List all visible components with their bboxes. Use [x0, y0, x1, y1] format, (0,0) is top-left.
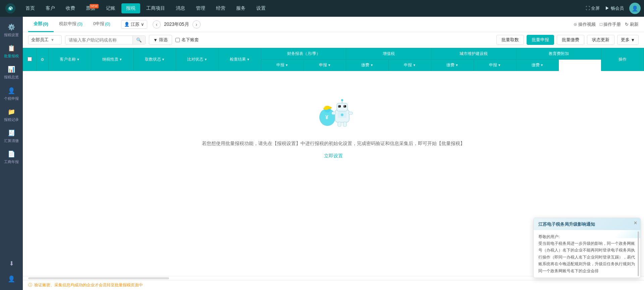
th-edu-pay: 缴费▼	[516, 60, 559, 71]
empty-message: 若您想使用批量报税功能，请先在【报税设置】中进行报税的初始化设置，完成密码验证和…	[202, 139, 465, 148]
current-month: 2023年05月	[164, 21, 189, 27]
operation-video-btn[interactable]: ⊙ 操作视频	[574, 21, 596, 27]
data-table: ⚙ 客户名称▼ 纳税性质▼ 取数状态▼ 比对状态▼	[23, 48, 644, 179]
sidebar-item-annual-report[interactable]: 📄 工商年报	[0, 146, 23, 167]
th-vat-declare: 申报▼	[304, 60, 346, 71]
vip-btn[interactable]: ▶ 畅会员	[605, 5, 624, 11]
operation-manual-btn[interactable]: □ 操作手册	[600, 21, 621, 27]
th-client-name: 客户名称▼	[49, 48, 91, 71]
setup-link[interactable]: 立即设置	[324, 153, 343, 159]
top-right-actions: ⛶ 全屏 ▶ 畅会员 👤	[586, 3, 641, 14]
nav-manage[interactable]: 管理	[191, 3, 210, 13]
sidebar-label-tax-records: 报税记录	[4, 118, 19, 122]
settlement-icon: 🧾	[7, 129, 16, 137]
tabs-bar: 全部(0) 税款申报(0) 0申报(0) 👤 江苏 ∨ ‹ 2023年05月 ›	[23, 17, 644, 32]
svg-point-24	[341, 114, 343, 116]
prev-month-btn[interactable]: ‹	[153, 20, 161, 28]
th-compare-status: 比对状态▼	[176, 48, 219, 71]
search-input[interactable]	[65, 36, 132, 44]
nav-menu: 首页 客户 收费 票据 NEW 记账 报税 工商项目 消息 管理 经营 服务 设…	[21, 3, 586, 13]
sidebar-item-batch-tax[interactable]: 📋 批量报税	[0, 41, 23, 62]
employee-select[interactable]: 全部员工 ▼	[28, 35, 62, 45]
notification-scrollbar[interactable]	[638, 231, 639, 276]
tax-overview-icon: 📊	[7, 65, 16, 74]
th-gear[interactable]: ⚙	[37, 48, 49, 71]
accounts-checkbox[interactable]	[175, 38, 180, 42]
region-label: 江苏	[131, 21, 140, 27]
status-update-btn[interactable]: 状态更新	[587, 35, 614, 45]
svg-rect-22	[343, 122, 346, 127]
nav-operation[interactable]: 经营	[211, 3, 230, 13]
tab-zero-declare[interactable]: 0申报(0)	[88, 17, 116, 32]
svg-rect-19	[332, 112, 336, 115]
batch-declare-btn[interactable]: 批量申报	[527, 35, 554, 45]
sidebar-item-personal-tax[interactable]: 👤 个税申报	[0, 83, 23, 104]
region-selector[interactable]: 👤 江苏 ∨	[121, 20, 147, 29]
fullscreen-btn[interactable]: ⛶ 全屏	[586, 5, 600, 11]
personal-tax-icon: 👤	[7, 86, 16, 95]
more-chevron-icon: ▼	[631, 38, 635, 43]
sidebar-item-tax-settings[interactable]: ⚙️ 报税设置	[0, 19, 23, 41]
svg-rect-20	[348, 112, 353, 115]
profile-icon: 👤	[7, 275, 16, 283]
nav-message[interactable]: 消息	[171, 3, 190, 13]
sidebar-label-annual-report: 工商年报	[4, 160, 19, 164]
scroll-thumb	[28, 277, 169, 279]
sidebar: ⚙️ 报税设置 📋 批量报税 📊 报税总览 👤 个税申报 📁 报税记录 🧾 汇算…	[0, 17, 23, 290]
th-operation: 操作	[601, 48, 644, 71]
nav-home[interactable]: 首页	[21, 3, 40, 13]
more-btn[interactable]: 更多 ▼	[617, 35, 639, 45]
notification-close-btn[interactable]: ×	[634, 220, 637, 226]
nav-billing[interactable]: 收费	[61, 3, 80, 13]
nav-tax[interactable]: 报税	[121, 3, 140, 13]
nav-accounting[interactable]: 记账	[101, 3, 120, 13]
next-month-btn[interactable]: ›	[193, 20, 201, 28]
nav-settings[interactable]: 设置	[252, 3, 270, 13]
svg-text:¥: ¥	[325, 115, 328, 120]
th-edu-declare: 申报▼	[474, 60, 516, 71]
select-all-checkbox[interactable]	[28, 57, 32, 61]
tax-records-icon: 📁	[7, 107, 16, 116]
robot-illustration: ¥	[310, 91, 357, 131]
search-button[interactable]: 🔍	[132, 36, 145, 44]
notification-title: 江苏电子税务局升级影响通知	[538, 222, 595, 227]
th-vat-pay: 缴费▼	[346, 60, 389, 71]
region-icon: 👤	[124, 22, 129, 27]
sidebar-item-tax-records[interactable]: 📁 报税记录	[0, 104, 23, 125]
th-city-pay: 缴费▼	[431, 60, 474, 71]
warning-text: 验证账密、采集信息均成功的企业才会流转至批量报税页面中	[34, 282, 143, 288]
tab-all[interactable]: 全部(0)	[28, 17, 54, 32]
sidebar-item-download[interactable]: ⬇	[0, 256, 23, 271]
app-logo[interactable]	[3, 1, 17, 15]
batch-pay-btn[interactable]: 批量缴费	[557, 35, 584, 45]
nav-service[interactable]: 服务	[231, 3, 250, 13]
sidebar-label-tax-overview: 报税总览	[4, 75, 19, 79]
sidebar-bottom: ⬇ 👤	[0, 256, 23, 290]
sidebar-label-batch-tax: 批量报税	[4, 54, 19, 58]
accounts-checkbox-label[interactable]: 名下账套	[175, 37, 199, 43]
nav-business[interactable]: 工商项目	[142, 3, 170, 13]
sidebar-item-profile[interactable]: 👤	[0, 271, 23, 287]
filter-button[interactable]: ▼ 筛选	[149, 35, 172, 45]
refresh-btn[interactable]: ↻ 刷新	[625, 21, 639, 27]
sidebar-item-tax-overview[interactable]: 📊 报税总览	[0, 62, 23, 83]
sidebar-label-tax-settings: 报税设置	[4, 33, 19, 37]
batch-tax-icon: 📋	[7, 44, 16, 53]
user-avatar[interactable]: 👤	[629, 3, 641, 14]
notification-popup: 江苏电子税务局升级影响通知 × 尊敬的用户: 受当前电子税务局进一步升级的影响，…	[533, 218, 641, 278]
svg-rect-15	[338, 105, 339, 106]
more-label: 更多	[621, 37, 630, 43]
th-financial-report: 财务报表（月/季）	[261, 48, 346, 60]
nav-invoice[interactable]: 票据 NEW	[81, 3, 100, 13]
th-check-result: 检查结果▼	[219, 48, 261, 71]
batch-fetch-btn[interactable]: 批量取数	[496, 35, 524, 45]
chevron-down-icon: ∨	[141, 22, 144, 27]
nav-client[interactable]: 客户	[41, 3, 60, 13]
bottom-bar: ⓘ 验证账密、采集信息均成功的企业才会流转至批量报税页面中	[23, 280, 644, 290]
new-badge: NEW	[90, 4, 99, 8]
th-checkbox[interactable]	[23, 48, 37, 71]
toolbar: 全部员工 ▼ 🔍 ▼ 筛选 名下账套 批量取数 批量申报 批量缴费 状态更新	[23, 32, 644, 48]
tab-tax-declare[interactable]: 税款申报(0)	[54, 17, 88, 32]
th-tax-nature: 纳税性质▼	[91, 48, 133, 71]
sidebar-item-settlement[interactable]: 🧾 汇算清缴	[0, 125, 23, 146]
